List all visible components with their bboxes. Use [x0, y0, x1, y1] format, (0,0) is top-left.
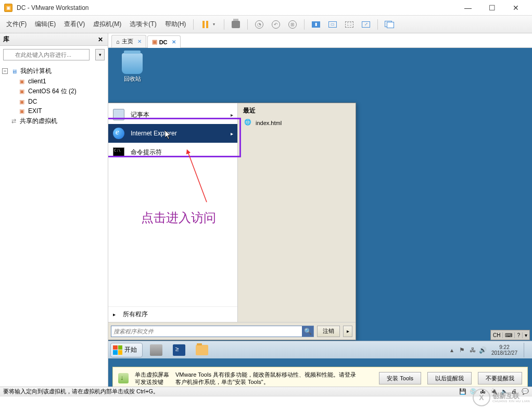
recycle-bin[interactable]: 回收站: [117, 53, 148, 83]
recent-item-label: index.html: [256, 120, 282, 126]
multimon-icon: [385, 21, 394, 28]
view-fit-button[interactable]: ⛶: [342, 17, 357, 32]
snapshot-button[interactable]: ◔: [252, 17, 267, 32]
statusbar: 要将输入定向到该虚拟机，请在虚拟机内部单击或按 Ctrl+G。 💾 💿 🖧 🔌 …: [0, 387, 532, 396]
keyboard-icon[interactable]: ⌨: [503, 332, 515, 338]
logoff-button[interactable]: 注销: [317, 326, 340, 337]
library-close-button[interactable]: ✕: [96, 36, 105, 43]
shutdown-options-button[interactable]: ▸: [343, 326, 352, 337]
snapshot-revert-button[interactable]: ↶: [269, 17, 283, 32]
submenu-arrow-icon: ▸: [231, 131, 233, 136]
lang-help-icon[interactable]: ?: [515, 332, 523, 338]
info-left-line2: 可发送按键: [135, 378, 169, 386]
windows-logo-icon: [113, 345, 122, 355]
cmd-icon: [112, 146, 125, 158]
lang-options-icon[interactable]: ▾: [523, 332, 529, 338]
tab-home[interactable]: ⌂ 主页 ✕: [111, 35, 146, 47]
minimize-button[interactable]: —: [456, 0, 480, 16]
window-title: DC - VMware Workstation: [17, 4, 456, 11]
never-remind-button[interactable]: 不要提醒我: [478, 372, 522, 384]
vm-desktop[interactable]: 回收站 记事本 ▸ Internet Explorer ▸: [108, 48, 532, 387]
library-search-row: ▾: [0, 46, 108, 64]
view-multimon-button[interactable]: [382, 17, 397, 32]
start-menu-footer: 🔍 注销 ▸: [108, 322, 356, 340]
start-menu-right: 最近 🌐 index.html: [238, 103, 356, 322]
tree-root-my-computer[interactable]: − 🖥 我的计算机: [0, 66, 108, 77]
start-all-programs[interactable]: ▸ 所有程序: [108, 306, 237, 322]
taskbar-server-manager[interactable]: [146, 343, 167, 357]
vm-icon: ▣: [152, 39, 157, 45]
start-item-cmd[interactable]: 命令提示符: [108, 143, 237, 161]
taskbar-tray: ▴ ⚑ 🖧 🔊 9:22 2018/12/27: [446, 343, 532, 357]
library-search-input[interactable]: [3, 49, 90, 60]
close-button[interactable]: ✕: [504, 0, 528, 16]
all-programs-label: 所有程序: [123, 310, 148, 319]
start-item-label: 记事本: [131, 110, 149, 119]
start-item-ie[interactable]: Internet Explorer ▸: [108, 124, 237, 143]
library-panel: 库 ✕ ▾ − 🖥 我的计算机 ▣ client1 ▣ CentOS: [0, 33, 108, 387]
start-item-notepad[interactable]: 记事本 ▸: [108, 105, 237, 124]
install-tools-button[interactable]: 安装 Tools: [379, 372, 421, 384]
show-desktop-button[interactable]: [524, 343, 530, 357]
tab-close-button[interactable]: ✕: [172, 39, 176, 45]
view-console-button[interactable]: ▮: [309, 17, 323, 32]
powershell-icon: [173, 344, 185, 356]
send-ctrl-alt-del-button[interactable]: [229, 17, 243, 32]
server-icon: [150, 344, 162, 356]
statusbar-text: 要将输入定向到该虚拟机，请在虚拟机内部单击或按 Ctrl+G。: [3, 388, 159, 395]
app-icon: ▣: [4, 4, 12, 12]
maximize-button[interactable]: ☐: [480, 0, 504, 16]
tab-dc[interactable]: ▣ DC ✕: [147, 35, 181, 48]
titlebar: ▣ DC - VMware Workstation — ☐ ✕: [0, 0, 532, 16]
library-search-dropdown[interactable]: ▾: [95, 49, 105, 60]
tray-up-icon[interactable]: ▴: [448, 346, 456, 354]
library-tree: − 🖥 我的计算机 ▣ client1 ▣ CentOS 64 位 (2) ▣ …: [0, 64, 108, 129]
remind-later-button[interactable]: 以后提醒我: [427, 372, 472, 384]
recent-item-index[interactable]: 🌐 index.html: [243, 117, 350, 129]
tab-label: DC: [159, 39, 168, 45]
snapshot-manager-button[interactable]: ⊞: [285, 17, 300, 32]
start-button[interactable]: 开始: [110, 343, 143, 357]
separator: [193, 19, 194, 30]
library-header: 库 ✕: [0, 33, 108, 46]
ie-file-icon: 🌐: [244, 119, 252, 127]
tree-vm-exit[interactable]: ▣ EXIT: [0, 106, 108, 116]
status-disk-icon[interactable]: 💾: [459, 388, 466, 395]
tree-vm-centos[interactable]: ▣ CentOS 64 位 (2): [0, 86, 108, 97]
menu-view[interactable]: 查看(V): [61, 18, 88, 31]
taskbar-clock[interactable]: 9:22 2018/12/27: [489, 344, 520, 356]
menu-file[interactable]: 文件(F): [3, 18, 30, 31]
menu-tabs[interactable]: 选项卡(T): [126, 18, 159, 31]
start-menu: 记事本 ▸ Internet Explorer ▸ 命令提示符: [108, 103, 356, 340]
separator: [377, 19, 378, 30]
tree-vm-dc[interactable]: ▣ DC: [0, 97, 108, 106]
start-search-input[interactable]: [111, 326, 302, 337]
pause-button[interactable]: [198, 17, 212, 32]
arrow-right-icon: ▸: [113, 312, 116, 317]
lang-indicator[interactable]: CH: [491, 332, 503, 338]
tree-label: EXIT: [28, 107, 42, 115]
tray-network-icon[interactable]: 🖧: [468, 346, 477, 354]
tree-shared-vms[interactable]: ⇄ 共享的虚拟机: [0, 116, 108, 127]
collapse-icon[interactable]: −: [2, 68, 8, 74]
taskbar-powershell[interactable]: [169, 343, 189, 357]
menu-vm[interactable]: 虚拟机(M): [90, 18, 124, 31]
vm-icon: ▣: [18, 78, 26, 85]
manager-icon: ⊞: [288, 20, 297, 29]
tray-flag-icon[interactable]: ⚑: [458, 346, 466, 354]
view-fullscreen-button[interactable]: ⤢: [359, 17, 373, 32]
taskbar-explorer[interactable]: [192, 343, 212, 357]
info-mid-line1: VMware Tools 具有很多功能，能改善鼠标移动性、视频和性能。请登录: [175, 371, 373, 378]
menu-help[interactable]: 帮助(H): [162, 18, 189, 31]
fullscreen-icon: ⤢: [362, 21, 370, 28]
tab-close-button[interactable]: ✕: [137, 39, 142, 44]
tree-vm-client1[interactable]: ▣ client1: [0, 77, 108, 86]
menu-edit[interactable]: 编辑(E): [32, 18, 59, 31]
tray-volume-icon[interactable]: 🔊: [479, 346, 487, 354]
clock-time: 9:22: [491, 344, 517, 350]
view-unity-button[interactable]: ▭: [325, 17, 340, 32]
search-button[interactable]: 🔍: [302, 326, 313, 337]
explorer-icon: [196, 345, 208, 355]
pause-icon: [202, 21, 208, 28]
guest-taskbar: 开始 ▴ ⚑ 🖧 🔊 9:22 2018/12/27: [108, 341, 532, 358]
